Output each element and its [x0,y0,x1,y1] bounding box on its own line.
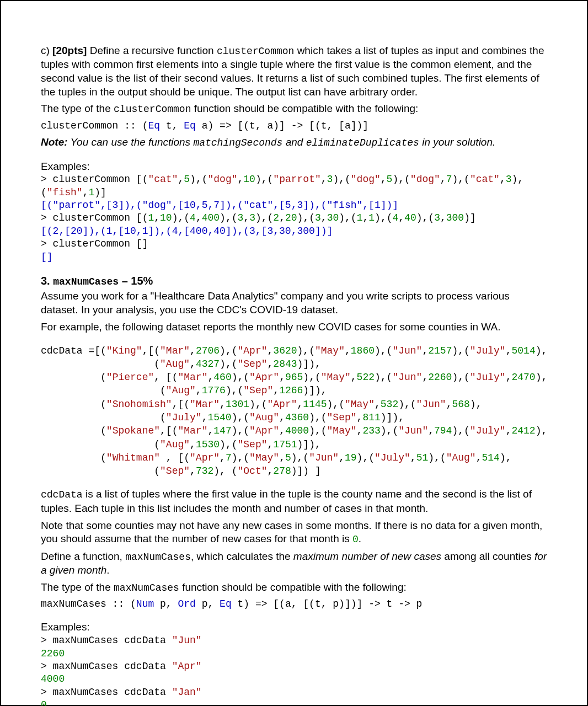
part-c-note: Note: You can use the functions matching… [41,136,547,149]
maxNumCases-signature: maxNumCases :: (Num p, Ord p, Eq t) => [… [41,598,547,611]
maxNumCases-typeline: The type of the maxNumCases function sho… [41,581,547,595]
define-maxNumCases: Define a function, maxNumCases, which ca… [41,550,547,577]
part-c-prompt: c) [20pts] Define a recursive function c… [41,44,547,99]
cluster-ex2-input: > clusterCommon [(1,10),(4,400),(3,3),(2… [41,212,547,224]
part-c-points: [20pts] [52,45,87,56]
max-ex3-output: 0 [41,699,547,706]
clusterCommon-signature: clusterCommon :: (Eq t, Eq a) => [(t, a)… [41,120,547,132]
section-3-heading: 3. maxNumCases – 15% [41,274,547,288]
document-page: c) [20pts] Define a recursive function c… [0,0,588,706]
max-ex3-input: > maxNumCases cdcData "Jan" [41,686,547,699]
fn-clusterCommon: clusterCommon [217,46,294,57]
cluster-ex1-input: > clusterCommon [("cat",5),("dog",10),("… [41,173,547,199]
examples-label: Examples: [41,160,547,174]
max-ex2-input: > maxNumCases cdcData "Apr" [41,660,547,673]
sec3-intro2: For example, the following dataset repor… [41,320,547,334]
max-ex2-output: 4000 [41,673,547,686]
part-c-label: c) [41,45,50,56]
max-ex1-output: 2260 [41,648,547,660]
cluster-ex1-output: [("parrot",[3]),("dog",[10,5,7]),("cat",… [41,199,547,212]
part-c-intro1: Define a recursive function [90,45,217,56]
cluster-ex2-output: [(2,[20]),(1,[10,1]),(4,[400,40]),(3,[3,… [41,225,547,238]
cdcData-code: cdcData =[("King",[("Mar",2706),("Apr",3… [41,344,547,478]
cluster-ex3-input: > clusterCommon [] [41,238,547,250]
part-c-typeline: The type of the clusterCommon function s… [41,102,547,116]
sec3-intro1: Assume you work for a "Healthcare Data A… [41,290,547,317]
cluster-ex3-output: [] [41,251,547,264]
cdcData-desc2: Note that some counties may not have any… [41,519,547,547]
max-ex1-input: > maxNumCases cdcData "Jun" [41,634,547,647]
cdcData-desc1: cdcData is a list of tuples where the fi… [41,488,547,515]
examples-label-2: Examples: [41,621,547,634]
